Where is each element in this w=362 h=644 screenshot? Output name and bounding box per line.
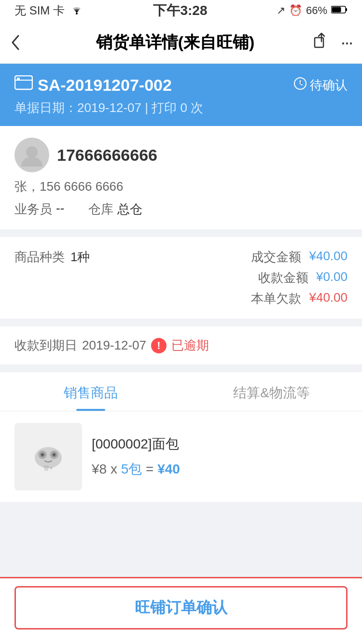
order-header-card: SA-20191207-002 待确认 单据日期：2019-12-07 | 打印… [0, 64, 362, 126]
order-id: SA-20191207-002 [14, 75, 172, 95]
product-sku: [0000002]面包 [92, 435, 348, 453]
wifi-icon [70, 4, 84, 17]
warehouse-value: 总仓 [117, 201, 142, 218]
svg-rect-2 [346, 8, 347, 11]
svg-rect-4 [315, 38, 323, 47]
clock-icon [293, 77, 307, 94]
customer-name: 张，156 6666 6666 [14, 178, 348, 195]
arrears-value: ¥40.00 [309, 290, 348, 307]
no-sim-text: 无 SIM 卡 [14, 3, 65, 18]
order-icon [14, 75, 33, 95]
customer-phone: 17666666666 [57, 146, 157, 165]
status-bar: 无 SIM 卡 下午3:28 ↗ ⏰ 66% [0, 0, 362, 21]
order-status: 待确认 [293, 77, 348, 94]
page-title: 销货单详情(来自旺铺) [96, 31, 255, 54]
svg-point-8 [26, 146, 38, 158]
overdue-tag: 已逾期 [171, 337, 209, 354]
collected-value: ¥0.00 [316, 269, 348, 286]
product-price: ¥8 x 5包 = ¥40 [92, 460, 348, 478]
svg-point-14 [42, 454, 43, 456]
status-left: 无 SIM 卡 [14, 3, 84, 18]
product-types-label: 商品种类 [14, 249, 65, 266]
overdue-label: 收款到期日 [14, 337, 77, 354]
status-right: ↗ ⏰ 66% [277, 4, 348, 17]
svg-point-0 [76, 13, 78, 14]
status-time: 下午3:28 [153, 1, 207, 20]
order-date: 单据日期：2019-12-07 | 打印 0 次 [14, 99, 348, 116]
svg-point-15 [53, 454, 55, 456]
salesperson-value: -- [56, 201, 64, 218]
product-types-value: 1种 [70, 249, 90, 266]
svg-rect-3 [332, 7, 341, 13]
collected-label: 收款金额 [258, 269, 308, 286]
transaction-label: 成交金额 [251, 249, 301, 266]
location-icon: ↗ [277, 4, 285, 17]
customer-meta: 业务员 -- 仓库 总仓 [14, 201, 348, 218]
nav-bar: 销货单详情(来自旺铺) ··· [0, 21, 362, 64]
overdue-warning-icon: ! [151, 338, 167, 353]
transaction-value: ¥40.00 [309, 249, 348, 266]
price-eq: = [146, 462, 153, 476]
price-display: ¥8 x [92, 462, 117, 476]
more-button[interactable]: ··· [341, 32, 352, 53]
summary-section: 商品种类 1种 成交金额 ¥40.00 收款金额 ¥0.00 本单欠款 ¥40.… [0, 237, 362, 319]
bottom-bar: 旺铺订单确认 [0, 577, 362, 644]
tabs-header: 销售商品 结算&物流等 [0, 372, 362, 411]
customer-avatar [14, 138, 49, 172]
tabs-section: 销售商品 结算&物流等 [0, 372, 362, 502]
share-button[interactable] [312, 31, 331, 54]
product-info: [0000002]面包 ¥8 x 5包 = ¥40 [92, 423, 348, 490]
overdue-section: 收款到期日 2019-12-07 ! 已逾期 [0, 326, 362, 364]
battery-text: 66% [306, 4, 327, 17]
svg-rect-6 [17, 78, 20, 80]
warehouse-label: 仓库 [88, 201, 113, 218]
customer-section: 17666666666 张，156 6666 6666 业务员 -- 仓库 总仓 [0, 126, 362, 229]
product-thumbnail: 管+ [14, 423, 82, 490]
price-qty: 5包 [121, 462, 142, 476]
battery-icon [331, 4, 348, 17]
product-item: 管+ [0000002]面包 ¥8 x 5包 = ¥40 [14, 423, 348, 490]
salesperson-label: 业务员 [14, 201, 52, 218]
tab-settlement[interactable]: 结算&物流等 [181, 372, 362, 411]
back-button[interactable] [10, 33, 39, 52]
nav-actions: ··· [312, 31, 352, 54]
overdue-date: 2019-12-07 [82, 338, 146, 353]
price-total: ¥40 [157, 462, 180, 476]
arrears-label: 本单欠款 [251, 290, 301, 307]
confirm-order-button[interactable]: 旺铺订单确认 [14, 586, 348, 630]
product-list: 管+ [0000002]面包 ¥8 x 5包 = ¥40 [0, 411, 362, 502]
svg-text:管+: 管+ [43, 465, 53, 471]
tab-products[interactable]: 销售商品 [0, 372, 181, 411]
alarm-icon: ⏰ [289, 4, 302, 17]
